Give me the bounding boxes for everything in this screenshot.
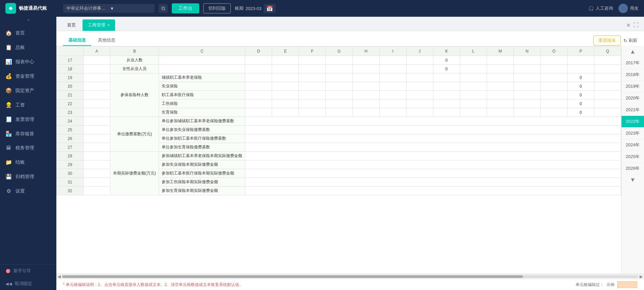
cell-g20[interactable] xyxy=(326,82,353,91)
cell-m18[interactable] xyxy=(487,65,514,73)
cell-rest25[interactable] xyxy=(245,126,621,134)
cell-f22[interactable] xyxy=(299,99,326,108)
cell-g21[interactable] xyxy=(326,91,353,99)
cell-l20[interactable] xyxy=(460,82,487,91)
close-icon[interactable]: × xyxy=(107,23,110,27)
cell-l21[interactable] xyxy=(460,91,487,99)
cell-l18[interactable] xyxy=(460,65,487,73)
workbench-button[interactable]: 工作台 xyxy=(172,3,199,13)
cell-p19[interactable]: 0 xyxy=(567,73,594,82)
tab-commerce[interactable]: 工商管理 × xyxy=(83,19,115,31)
cell-c26[interactable]: 单位参加职工基本医疗保险缴费基数 xyxy=(159,134,245,143)
cell-rest29[interactable] xyxy=(245,160,621,169)
copy-icon[interactable]: ⧉ xyxy=(159,4,168,13)
cell-n21[interactable] xyxy=(514,91,540,99)
horizontal-scrollbar[interactable]: ◀ ▶ xyxy=(56,274,644,279)
cell-i19[interactable] xyxy=(379,73,406,82)
cell-p18[interactable] xyxy=(567,65,594,73)
sidebar-item-inventory[interactable]: 🏪 库存核算 xyxy=(0,127,56,141)
year-nav-up[interactable]: ▲ xyxy=(622,46,644,57)
cell-c24[interactable]: 单位参加城镇职工基本养老保险缴费基数 xyxy=(159,117,245,126)
close-window-button[interactable]: ✕ xyxy=(626,22,631,28)
cell-a31[interactable] xyxy=(84,178,110,187)
sheet-main[interactable]: A B C D E F G H I J K L xyxy=(56,46,621,274)
cell-a20[interactable] xyxy=(84,82,110,91)
cell-h21[interactable] xyxy=(353,91,379,99)
year-2020[interactable]: 2020年 xyxy=(622,92,644,104)
cell-h22[interactable] xyxy=(353,99,379,108)
cell-d21[interactable] xyxy=(245,91,272,99)
cell-o23[interactable] xyxy=(540,108,567,117)
cell-i20[interactable] xyxy=(379,82,406,91)
sidebar-item-asset[interactable]: 📦 固定资产 xyxy=(0,83,56,98)
cell-c31[interactable]: 参加工伤保险本期实际缴费金额 xyxy=(159,178,245,187)
cell-o21[interactable] xyxy=(540,91,567,99)
cell-m19[interactable] xyxy=(487,73,514,82)
cell-l22[interactable] xyxy=(460,99,487,108)
cell-f23[interactable] xyxy=(299,108,326,117)
cell-a28[interactable] xyxy=(84,152,110,160)
cell-e17[interactable] xyxy=(272,56,299,65)
cell-k21[interactable] xyxy=(433,91,460,99)
cell-h19[interactable] xyxy=(353,73,379,82)
cell-k20[interactable] xyxy=(433,82,460,91)
cell-g18[interactable] xyxy=(326,65,353,73)
cell-q19[interactable] xyxy=(594,73,621,82)
cell-c22[interactable]: 工伤保险 xyxy=(159,99,245,108)
cell-o20[interactable] xyxy=(540,82,567,91)
cell-i22[interactable] xyxy=(379,99,406,108)
year-nav-down[interactable]: ▼ xyxy=(622,174,644,186)
cell-rest28[interactable] xyxy=(245,152,621,160)
cell-q23[interactable] xyxy=(594,108,621,117)
cell-c19[interactable]: 城镇职工基本养老保险 xyxy=(159,73,245,82)
cell-h23[interactable] xyxy=(353,108,379,117)
cell-c25[interactable]: 单位参加失业保险缴费基数 xyxy=(159,126,245,134)
cell-rest27[interactable] xyxy=(245,143,621,152)
scrollbar-track[interactable] xyxy=(62,275,638,278)
cell-n20[interactable] xyxy=(514,82,540,91)
cell-rest31[interactable] xyxy=(245,178,621,187)
cell-c23[interactable]: 生育保险 xyxy=(159,108,245,117)
cell-g23[interactable] xyxy=(326,108,353,117)
sidebar-item-report[interactable]: 📊 报表中心 xyxy=(0,55,56,69)
cell-c17[interactable] xyxy=(159,56,245,65)
year-2017[interactable]: 2017年 xyxy=(622,57,644,69)
cell-d20[interactable] xyxy=(245,82,272,91)
cell-e20[interactable] xyxy=(272,82,299,91)
cell-k18[interactable]: 0 xyxy=(433,65,460,73)
cell-p17[interactable] xyxy=(567,56,594,65)
scroll-left-button[interactable]: ◀ xyxy=(58,274,61,279)
cell-a21[interactable] xyxy=(84,91,110,99)
refresh-button[interactable]: ↻ 刷新 xyxy=(624,38,637,44)
cell-rest32[interactable] xyxy=(245,187,621,195)
cell-i18[interactable] xyxy=(379,65,406,73)
cell-e22[interactable] xyxy=(272,99,299,108)
cell-d17[interactable] xyxy=(245,56,272,65)
cell-j18[interactable] xyxy=(406,65,433,73)
cell-f17[interactable] xyxy=(299,56,326,65)
cell-d18[interactable] xyxy=(245,65,272,73)
cell-i17[interactable] xyxy=(379,56,406,65)
year-2018[interactable]: 2018年 xyxy=(622,69,644,81)
cell-f21[interactable] xyxy=(299,91,326,99)
cell-o18[interactable] xyxy=(540,65,567,73)
cell-a32[interactable] xyxy=(84,187,110,195)
cell-m22[interactable] xyxy=(487,99,514,108)
cell-f19[interactable] xyxy=(299,73,326,82)
sidebar-item-settings[interactable]: ⚙ 设置 xyxy=(0,184,56,198)
cell-m23[interactable] xyxy=(487,108,514,117)
cell-c29[interactable]: 参加失业保险本期实际缴费金额 xyxy=(159,160,245,169)
year-2024[interactable]: 2024年 xyxy=(622,139,644,151)
cell-p21[interactable]: 0 xyxy=(567,91,594,99)
cell-b18[interactable]: 女性从业人员 xyxy=(110,65,159,73)
cell-l23[interactable] xyxy=(460,108,487,117)
cell-c21[interactable]: 职工基本医疗保险 xyxy=(159,91,245,99)
sidebar-item-archive[interactable]: 💾 归档管理 xyxy=(0,169,56,184)
cell-a17[interactable] xyxy=(84,56,110,65)
cell-k17[interactable]: 0 xyxy=(433,56,460,65)
tab-home[interactable]: 首页 xyxy=(62,19,81,31)
subtab-basic[interactable]: 基础信息 xyxy=(63,35,91,46)
cell-a22[interactable] xyxy=(84,99,110,108)
cell-q21[interactable] xyxy=(594,91,621,99)
cell-a27[interactable] xyxy=(84,143,110,152)
